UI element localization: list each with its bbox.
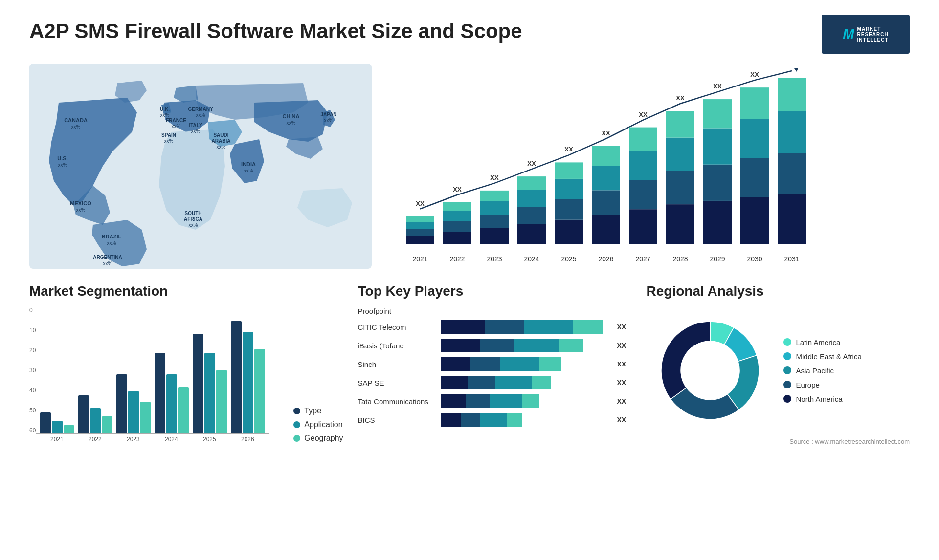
svg-text:xx%: xx%: [172, 124, 181, 129]
seg-bar-group: [40, 412, 74, 433]
svg-rect-65: [592, 190, 620, 215]
seg-y-label: 30: [29, 367, 36, 374]
seg-bar: [155, 353, 165, 433]
player-bar-seg: [514, 339, 559, 352]
svg-rect-55: [517, 176, 546, 190]
svg-text:xx%: xx%: [107, 240, 116, 246]
svg-text:xx%: xx%: [244, 168, 253, 173]
svg-rect-49: [480, 191, 509, 201]
seg-legend: Type Application Geography: [293, 407, 343, 443]
player-bar-seg: [441, 357, 470, 371]
regional-legend-dot: [783, 338, 791, 346]
svg-rect-48: [480, 201, 509, 215]
svg-marker-33: [794, 68, 799, 72]
player-bar: [441, 320, 608, 334]
player-bar-seg: [480, 339, 514, 352]
svg-rect-72: [629, 151, 657, 180]
seg-bar-group: [231, 321, 265, 433]
player-name: iBasis (Tofane: [358, 342, 436, 350]
svg-text:xx%: xx%: [191, 129, 201, 134]
regional-legend-dot: [783, 395, 791, 403]
svg-rect-58: [555, 220, 583, 244]
svg-rect-91: [740, 87, 769, 119]
players-list: Proofpoint CITIC TelecomXX iBasis (Tofan…: [358, 307, 632, 427]
regional-legend-label: Asia Pacific: [796, 366, 834, 375]
player-bar-seg: [573, 320, 603, 334]
svg-text:XX: XX: [416, 200, 425, 207]
svg-text:2026: 2026: [598, 255, 613, 263]
svg-rect-94: [778, 194, 806, 244]
svg-text:xx%: xx%: [76, 207, 86, 213]
svg-rect-40: [443, 232, 471, 244]
legend-item: Geography: [293, 434, 343, 443]
segmentation-title: Market Segmentation: [29, 283, 343, 299]
svg-text:MEXICO: MEXICO: [70, 200, 91, 206]
player-name: Tata Communications: [358, 397, 436, 406]
logo-line3: INTELLECT: [857, 37, 889, 43]
svg-rect-89: [740, 158, 769, 197]
svg-rect-52: [517, 224, 546, 244]
regional-legend-dot: [783, 381, 791, 388]
player-bar: [441, 376, 608, 389]
svg-text:SOUTH: SOUTH: [185, 211, 202, 216]
seg-y-label: 0: [29, 307, 36, 314]
svg-rect-35: [406, 229, 434, 236]
seg-bar: [90, 408, 101, 433]
svg-text:xx%: xx%: [287, 120, 296, 126]
svg-text:ITALY: ITALY: [189, 123, 202, 128]
svg-rect-97: [778, 78, 806, 111]
svg-rect-90: [740, 119, 769, 158]
svg-rect-95: [778, 153, 806, 194]
player-bar-seg: [466, 394, 490, 408]
player-bar-seg: [490, 394, 522, 408]
player-bar-seg: [507, 413, 522, 427]
seg-x-label: 2025: [192, 436, 226, 443]
player-bar: [441, 339, 608, 352]
logo-line2: RESEARCH: [857, 32, 889, 37]
regional-title: Regional Analysis: [647, 283, 910, 299]
regional-legend-label: Europe: [796, 381, 820, 389]
player-val: XX: [617, 342, 632, 349]
regional-content: Latin America Middle East & Africa Asia …: [647, 307, 910, 434]
svg-text:U.S.: U.S.: [57, 155, 67, 161]
player-val: XX: [617, 416, 632, 424]
svg-text:JAPAN: JAPAN: [320, 112, 336, 117]
svg-rect-88: [740, 197, 769, 244]
legend-dot: [293, 421, 300, 428]
player-bar-seg: [495, 376, 532, 389]
seg-bar: [128, 391, 139, 433]
regional-legend-label: North America: [796, 395, 843, 403]
player-val: XX: [617, 397, 632, 405]
regional-legend-item: Latin America: [783, 338, 862, 346]
svg-text:XX: XX: [713, 83, 722, 90]
player-name: CITIC Telecom: [358, 323, 436, 331]
player-bar-seg: [441, 394, 466, 408]
svg-text:2029: 2029: [710, 255, 725, 263]
svg-text:XX: XX: [639, 111, 648, 118]
svg-text:AFRICA: AFRICA: [184, 216, 202, 222]
player-row: CITIC TelecomXX: [358, 320, 632, 334]
svg-rect-76: [666, 204, 694, 244]
donut-segment: [661, 322, 710, 399]
svg-text:2027: 2027: [635, 255, 650, 263]
svg-text:GERMANY: GERMANY: [188, 107, 213, 112]
logo-icon: M: [843, 26, 854, 42]
svg-rect-79: [666, 111, 694, 138]
page: A2P SMS Firewall Software Market Size an…: [0, 0, 939, 560]
svg-rect-70: [629, 209, 657, 244]
svg-text:2022: 2022: [449, 255, 465, 263]
regional-legend-item: Middle East & Africa: [783, 352, 862, 361]
bar-chart: XX2021XX2022XX2023XX2024XX2025XX2026XX20…: [391, 64, 929, 269]
seg-bar: [231, 321, 242, 433]
logo-line1: MARKET: [857, 26, 889, 32]
seg-bar: [193, 334, 203, 433]
seg-bar: [254, 349, 265, 433]
seg-y-label: 50: [29, 407, 36, 414]
legend-label: Type: [304, 407, 321, 415]
svg-text:U.K.: U.K.: [160, 107, 170, 112]
segmentation-section: Market Segmentation 6050403020100 202120…: [29, 283, 343, 445]
svg-text:XX: XX: [787, 68, 796, 69]
svg-rect-59: [555, 199, 583, 220]
page-title: A2P SMS Firewall Software Market Size an…: [29, 20, 522, 43]
seg-y-label: 40: [29, 387, 36, 394]
